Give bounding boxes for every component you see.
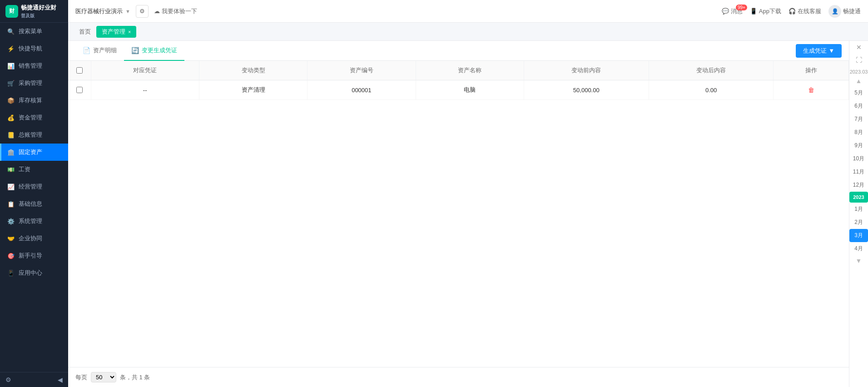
feedback-icon: ☁ xyxy=(154,8,160,15)
tab-home[interactable]: 首页 xyxy=(75,28,94,36)
user-menu[interactable]: 👤 畅捷通 xyxy=(828,5,861,18)
sidebar-item-inventory[interactable]: 📦 库存核算 xyxy=(0,92,68,109)
right-panel: ✕ ⛶ 2023.03 ▲ 5月 6月 7月 8月 9月 10月 11月 12月… xyxy=(849,41,868,387)
month-2[interactable]: 2月 xyxy=(849,216,868,229)
sidebar-item-label: 应用中心 xyxy=(19,269,42,277)
delete-icon[interactable]: 🗑 xyxy=(808,86,814,94)
customer-service-button[interactable]: 🎧 在线客服 xyxy=(789,7,821,15)
generate-voucher-icon: 🔄 xyxy=(131,47,139,54)
sidebar-item-guide[interactable]: 🎯 新手引导 xyxy=(0,247,68,264)
sidebar-item-ledger[interactable]: 📒 总账管理 xyxy=(0,126,68,144)
month-6[interactable]: 6月 xyxy=(849,99,868,113)
sidebar-item-label: 资金管理 xyxy=(19,114,42,122)
month-4[interactable]: 4月 xyxy=(849,242,868,255)
td-voucher: -- xyxy=(91,80,199,100)
sub-tab-label: 资产明细 xyxy=(93,46,117,55)
month-5[interactable]: 5月 xyxy=(849,86,868,99)
content-area: 📄 资产明细 🔄 变更生成凭证 生成凭证 ▼ xyxy=(68,41,868,387)
sidebar-item-purchase[interactable]: 🛒 采购管理 xyxy=(0,74,68,92)
message-icon: 💬 xyxy=(722,8,729,15)
generate-voucher-button[interactable]: 生成凭证 ▼ xyxy=(796,44,842,58)
logo-title: 畅捷通好业财 xyxy=(21,4,56,12)
month-12[interactable]: 12月 xyxy=(849,179,868,192)
sidebar-item-label: 快捷导航 xyxy=(19,45,42,53)
sidebar-item-label: 库存核算 xyxy=(19,96,42,104)
app-download-label: App下载 xyxy=(759,7,781,15)
management-icon: 📈 xyxy=(7,184,15,190)
sidebar-nav: 🔍 搜索菜单 ⚡ 快捷导航 📊 销售管理 🛒 采购管理 📦 库存核算 💰 资金管… xyxy=(0,23,68,372)
main-area: 医疗器械行业演示 ▼ ⚙ ☁ 我要体验一下 💬 消息 99+ 📱 App下载 🎧… xyxy=(68,0,868,387)
sidebar-item-label: 销售管理 xyxy=(19,62,42,70)
per-page-select[interactable]: 50 10 20 100 xyxy=(91,372,116,382)
header: 医疗器械行业演示 ▼ ⚙ ☁ 我要体验一下 💬 消息 99+ 📱 App下载 🎧… xyxy=(68,0,868,23)
tab-close-icon[interactable]: × xyxy=(128,29,131,35)
panel-expand-button[interactable]: ⛶ xyxy=(849,54,868,66)
headset-icon: 🎧 xyxy=(789,8,796,15)
row-checkbox[interactable] xyxy=(76,87,83,93)
year-label: 2023.03 xyxy=(849,66,868,75)
sidebar-item-sales[interactable]: 📊 销售管理 xyxy=(0,57,68,74)
settings-button[interactable]: ⚙ xyxy=(136,5,149,18)
asset-table: 对应凭证 变动类型 资产编号 资产名称 变动前内容 变动后内容 操作 xyxy=(68,61,849,100)
month-8[interactable]: 8月 xyxy=(849,126,868,139)
year-tag[interactable]: 2023 xyxy=(849,192,868,203)
td-operation: 🗑 xyxy=(774,80,849,100)
app-center-icon: 📱 xyxy=(7,270,15,277)
th-asset-name: 资产名称 xyxy=(416,61,524,80)
feedback-button[interactable]: ☁ 我要体验一下 xyxy=(154,7,197,15)
enterprise-icon: 🤝 xyxy=(7,235,15,242)
th-operation: 操作 xyxy=(774,61,849,80)
month-11[interactable]: 11月 xyxy=(849,165,868,179)
sidebar-item-search[interactable]: 🔍 搜索菜单 xyxy=(0,23,68,40)
month-1[interactable]: 1月 xyxy=(849,203,868,216)
sidebar-item-label: 采购管理 xyxy=(19,79,42,87)
th-checkbox xyxy=(68,61,91,80)
app-download-button[interactable]: 📱 App下载 xyxy=(750,7,781,15)
header-right: 💬 消息 99+ 📱 App下载 🎧 在线客服 👤 畅捷通 xyxy=(722,5,861,18)
edition-label: 普及版 xyxy=(21,13,56,19)
sidebar: 财 畅捷通好业财 普及版 🔍 搜索菜单 ⚡ 快捷导航 📊 销售管理 🛒 采购管理… xyxy=(0,0,68,387)
settings-bottom-icon[interactable]: ⚙ xyxy=(5,376,11,383)
tab-asset-management[interactable]: 资产管理 × xyxy=(96,26,136,38)
sidebar-item-label: 经营管理 xyxy=(19,183,42,191)
sidebar-item-basic-info[interactable]: 📋 基础信息 xyxy=(0,195,68,213)
sidebar-item-management[interactable]: 📈 经营管理 xyxy=(0,178,68,195)
sidebar-item-label: 系统管理 xyxy=(19,217,42,225)
company-name: 医疗器械行业演示 xyxy=(75,7,123,15)
panel-close-button[interactable]: ✕ xyxy=(849,41,868,54)
sidebar-item-payroll[interactable]: 💵 工资 xyxy=(0,161,68,178)
basic-info-icon: 📋 xyxy=(7,201,15,208)
td-asset-name: 电脑 xyxy=(416,80,524,100)
sales-icon: 📊 xyxy=(7,63,15,69)
sidebar-item-fixed-assets[interactable]: 🏛️ 固定资产 xyxy=(0,144,68,161)
table-header-row: 对应凭证 变动类型 资产编号 资产名称 变动前内容 变动后内容 操作 xyxy=(68,61,849,80)
td-change-type: 资产清理 xyxy=(199,80,307,100)
payroll-icon: 💵 xyxy=(7,166,15,173)
tab-asset-detail[interactable]: 📄 资产明细 xyxy=(75,41,124,61)
sub-tabs: 📄 资产明细 🔄 变更生成凭证 生成凭证 ▼ xyxy=(68,41,849,61)
collapse-icon[interactable]: ◀ xyxy=(58,376,63,383)
phone-icon: 📱 xyxy=(750,8,757,15)
scroll-up-button[interactable]: ▲ xyxy=(849,75,868,86)
scroll-down-button[interactable]: ▼ xyxy=(849,255,868,266)
company-selector[interactable]: 医疗器械行业演示 ▼ xyxy=(75,7,130,15)
select-all-checkbox[interactable] xyxy=(76,67,83,74)
sidebar-bottom: ⚙ ◀ xyxy=(0,372,68,387)
month-10[interactable]: 10月 xyxy=(849,152,868,165)
messages-button[interactable]: 💬 消息 99+ xyxy=(722,7,743,15)
month-3[interactable]: 3月 xyxy=(849,229,868,242)
search-icon: 🔍 xyxy=(7,28,15,35)
sidebar-item-label: 固定资产 xyxy=(19,148,42,156)
month-9[interactable]: 9月 xyxy=(849,139,868,152)
fixed-assets-icon: 🏛️ xyxy=(7,149,15,156)
tab-generate-voucher[interactable]: 🔄 变更生成凭证 xyxy=(124,41,184,61)
sidebar-item-enterprise[interactable]: 🤝 企业协同 xyxy=(0,230,68,247)
sidebar-item-label: 企业协同 xyxy=(19,234,42,243)
sidebar-item-system[interactable]: ⚙️ 系统管理 xyxy=(0,213,68,230)
sidebar-item-quick-nav[interactable]: ⚡ 快捷导航 xyxy=(0,40,68,57)
sidebar-item-app-center[interactable]: 📱 应用中心 xyxy=(0,264,68,282)
quick-nav-icon: ⚡ xyxy=(7,45,15,52)
sidebar-item-funds[interactable]: 💰 资金管理 xyxy=(0,109,68,126)
month-7[interactable]: 7月 xyxy=(849,113,868,126)
sidebar-item-label: 基础信息 xyxy=(19,200,42,208)
